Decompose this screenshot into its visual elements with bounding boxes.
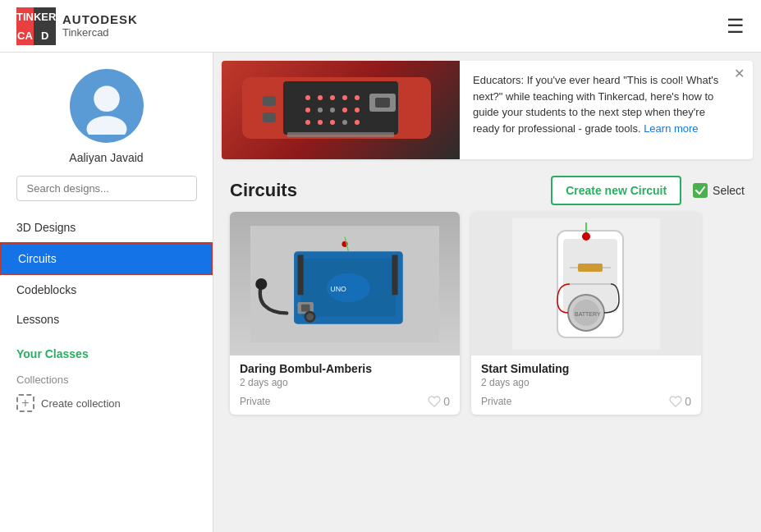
svg-point-11 (330, 108, 335, 112)
svg-point-5 (318, 95, 323, 100)
svg-point-1 (86, 116, 126, 135)
header-title: AUTODESK Tinkercad (62, 13, 138, 39)
card-meta-1: 2 days ago (481, 377, 691, 388)
card-title-0: Daring Bombul-Amberis (240, 362, 450, 375)
svg-rect-30 (392, 255, 398, 295)
nav-item-circuits[interactable]: Circuits (0, 242, 213, 275)
logo-cell-ker: KER (34, 7, 56, 26)
svg-point-34 (306, 313, 314, 320)
select-checkbox[interactable] (693, 183, 708, 198)
svg-point-8 (355, 95, 360, 100)
svg-text:BATTERY: BATTERY (575, 311, 601, 317)
svg-point-18 (355, 120, 360, 125)
nav-item-lessons[interactable]: Lessons (0, 305, 213, 334)
card-like-count-1: 0 (685, 395, 691, 408)
svg-point-10 (318, 108, 323, 112)
circuits-actions: Create new Circuit Select (551, 176, 745, 205)
circuit-card-0[interactable]: UNO (230, 212, 460, 415)
card-privacy-0: Private (240, 396, 270, 407)
nav-item-3d-designs[interactable]: 3D Designs (0, 213, 213, 242)
svg-point-16 (330, 120, 335, 125)
svg-point-14 (305, 120, 310, 125)
cards-grid: UNO (213, 212, 761, 431)
card-meta-0: 2 days ago (240, 377, 450, 388)
nav-item-codeblocks[interactable]: Codeblocks (0, 275, 213, 305)
svg-rect-29 (298, 255, 304, 295)
plus-icon: + (16, 394, 34, 412)
svg-point-37 (255, 277, 267, 289)
svg-rect-21 (263, 112, 276, 122)
svg-rect-19 (287, 132, 394, 137)
circuit-card-1[interactable]: BATTERY Start Simulating 2 days ago Priv… (471, 212, 701, 415)
username-label: Aaliyan Javaid (69, 151, 143, 164)
card-footer-0: Private 0 (230, 395, 460, 415)
search-input[interactable] (16, 176, 197, 201)
svg-text:UNO: UNO (330, 284, 346, 292)
card-info-0: Daring Bombul-Amberis 2 days ago (230, 355, 460, 395)
create-collection-button[interactable]: + Create collection (0, 389, 213, 417)
svg-point-41 (582, 232, 590, 241)
svg-point-0 (94, 86, 120, 112)
svg-point-6 (330, 95, 335, 100)
content-area: Educators: If you've ever heard "This is… (213, 53, 761, 532)
select-label[interactable]: Select (713, 184, 745, 197)
brand-name: AUTODESK (62, 13, 138, 27)
card-privacy-1: Private (481, 396, 511, 407)
logo-cell-d: D (34, 26, 56, 45)
svg-rect-45 (578, 264, 603, 272)
create-collection-label: Create collection (41, 397, 121, 410)
svg-point-15 (318, 120, 323, 125)
tinkercad-logo: TIN KER CA D (16, 7, 54, 45)
collections-label: Collections (0, 369, 213, 389)
card-image-1: BATTERY (471, 212, 701, 355)
banner: Educators: If you've ever heard "This is… (222, 61, 753, 159)
svg-point-9 (305, 108, 310, 112)
sidebar: Aaliyan Javaid 3D Designs Circuits Codeb… (0, 53, 213, 532)
create-circuit-button[interactable]: Create new Circuit (551, 176, 681, 205)
banner-close-button[interactable]: ✕ (734, 67, 745, 80)
logo-area: TIN KER CA D AUTODESK Tinkercad (16, 7, 138, 45)
svg-rect-23 (375, 98, 390, 108)
banner-image (222, 61, 460, 159)
learn-more-link[interactable]: Learn more (644, 122, 698, 135)
card-title-1: Start Simulating (481, 362, 691, 375)
svg-point-13 (355, 108, 360, 112)
avatar (70, 69, 144, 143)
svg-rect-32 (301, 304, 310, 311)
svg-point-4 (305, 95, 310, 100)
svg-point-17 (342, 120, 347, 125)
hamburger-menu[interactable]: ☰ (727, 15, 745, 38)
svg-rect-20 (263, 96, 276, 106)
svg-point-12 (342, 108, 347, 112)
banner-text: Educators: If you've ever heard "This is… (460, 61, 753, 159)
card-footer-1: Private 0 (471, 395, 701, 415)
main-layout: Aaliyan Javaid 3D Designs Circuits Codeb… (0, 53, 761, 532)
card-image-0: UNO (230, 212, 460, 355)
card-like-count-0: 0 (443, 395, 450, 408)
card-like-1[interactable]: 0 (669, 395, 691, 408)
card-info-1: Start Simulating 2 days ago (471, 355, 701, 395)
logo-cell-ca: CA (16, 26, 34, 45)
nav-list: 3D Designs Circuits Codeblocks Lessons (0, 213, 213, 334)
svg-point-7 (342, 95, 347, 100)
circuits-title: Circuits (230, 180, 297, 201)
circuits-header: Circuits Create new Circuit Select (213, 167, 761, 212)
select-area: Select (693, 183, 745, 198)
card-like-0[interactable]: 0 (428, 395, 450, 408)
brand-subtitle: Tinkercad (62, 27, 138, 39)
header: TIN KER CA D AUTODESK Tinkercad ☰ (0, 0, 761, 53)
logo-cell-tin: TIN (16, 7, 34, 26)
your-classes-label[interactable]: Your Classes (0, 339, 213, 369)
